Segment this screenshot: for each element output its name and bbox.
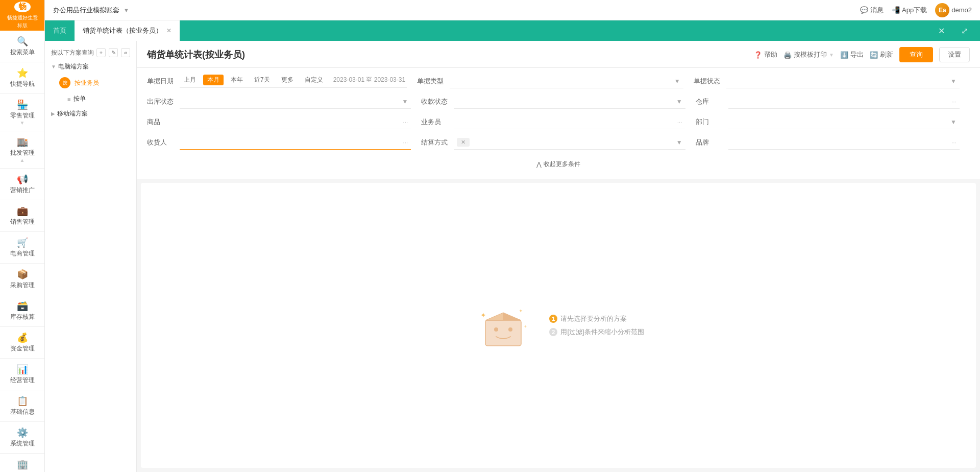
print-btn[interactable]: 🖨️ 按模板打印 ▼ [783,50,834,59]
tab-window-close-icon[interactable]: ✕ [932,26,951,36]
panel-header-label: 按以下方案查询 [51,49,94,57]
tree-category-mobile[interactable]: ▶ 移动端方案 [45,106,136,121]
sidebar-item-purchase[interactable]: 📦 采购管理 [0,264,44,295]
add-scheme-btn[interactable]: + [96,48,106,57]
sidebar-item-wholesale[interactable]: 🏬 批发管理 ▲ [0,131,44,169]
tip-num-2: 2 [549,328,557,336]
sidebar-item-quick-nav[interactable]: ⭐ 快捷导航 [0,62,44,94]
finance-icon: 💰 [2,332,42,343]
sales-stat-tab-label: 销货单统计表（按业务员） [83,26,162,35]
tab-sales-stat[interactable]: 销货单统计表（按业务员） ✕ [75,20,180,41]
star-icon: ⭐ [2,67,42,79]
collapse-filters-btn[interactable]: ⋀ 收起更多条件 [147,156,970,173]
empty-state: ✦ ✦ ✦ 1 请先选择要分析的方案 2 用[过滤]条件来缩小分析范围 [141,183,976,468]
message-action[interactable]: 💬 消息 [860,6,884,15]
date-btn-this-year[interactable]: 本年 [227,75,247,85]
sidebar-item-system[interactable]: ⚙️ 系统管理 [0,422,44,454]
collect-status-dropdown-icon[interactable]: ▼ [676,98,682,105]
doc-type-field[interactable]: ▼ [450,74,683,88]
doc-status-field[interactable]: ▼ [726,74,960,88]
settle-tag: ✕ [457,138,470,147]
consignee-more-icon[interactable]: ··· [403,139,408,146]
main-area: 办公用品行业模拟账套 ▼ 💬 消息 📲 App下载 Ea demo2 首页 销货… [45,0,980,472]
date-btn-last-month[interactable]: 上月 [180,75,200,85]
sidebar-item-marketing[interactable]: 📢 营销推广 [0,169,44,200]
sidebar-item-sales-label: 销售管理 [2,218,42,226]
brand-label: 品牌 [696,138,728,147]
sidebar-item-ecom[interactable]: 🛒 电商管理 [0,232,44,264]
sidebar-item-basic-label: 基础信息 [2,408,42,416]
dept-dropdown-icon[interactable]: ▼ [950,119,957,126]
doc-status-dropdown-icon[interactable]: ▼ [950,78,957,85]
tree-category-pc[interactable]: ▼ 电脑端方案 [45,59,136,74]
out-status-dropdown-icon[interactable]: ▼ [402,98,408,105]
sidebar-item-enterprise[interactable]: 🏢 企业协同 [0,454,44,472]
dept-field[interactable]: ▼ [728,115,960,129]
tab-home[interactable]: 首页 [45,20,75,41]
industry-selector[interactable]: 办公用品行业模拟账套 [53,6,119,15]
settle-tag-close-icon[interactable]: ✕ [461,139,465,146]
enterprise-icon: 🏢 [2,459,42,470]
date-range-display: 2023-03-01 至 2023-03-31 [333,76,405,84]
settle-dropdown-icon[interactable]: ▼ [676,139,682,146]
warehouse-field[interactable]: ··· [728,95,960,109]
refresh-btn[interactable]: 🔄 刷新 [870,50,893,59]
tree-item-by-order[interactable]: ≡ 按单 [45,91,136,106]
home-tab-label: 首页 [53,26,66,35]
svg-point-4 [508,327,512,332]
sidebar-item-retail[interactable]: 🏪 零售管理 ▼ [0,94,44,131]
export-btn[interactable]: ⬇️ 导出 [840,50,864,59]
consignee-field[interactable]: ··· [180,135,411,150]
refresh-icon: 🔄 [870,51,878,59]
collapse-panel-btn[interactable]: « [121,48,130,57]
user-area[interactable]: Ea demo2 [935,3,972,17]
sales-icon: 💼 [2,205,42,217]
brand-field[interactable]: ··· [728,135,960,150]
goods-more-icon[interactable]: ··· [403,119,408,126]
app-download-action[interactable]: 📲 App下载 [892,6,927,15]
print-dropdown-icon[interactable]: ▼ [829,52,834,58]
goods-label: 商品 [147,117,180,127]
print-label: 按模板打印 [794,50,827,59]
staff-field[interactable]: ··· [454,115,685,129]
goods-field[interactable]: ··· [180,115,411,129]
tree-item-by-staff[interactable]: 按 按业务员 [45,74,136,91]
brand-more-icon[interactable]: ··· [951,139,957,146]
date-btn-this-month[interactable]: 本月 [203,75,224,85]
sidebar-item-basic[interactable]: 📋 基础信息 [0,390,44,422]
svg-text:✦: ✦ [519,308,523,314]
collect-status-field[interactable]: ▼ [454,95,685,109]
topbar-dropdown-icon[interactable]: ▼ [124,7,129,13]
sidebar-item-search-label: 搜索菜单 [2,48,42,57]
operations-icon: 📊 [2,364,42,375]
sidebar-item-operations-label: 经营管理 [2,376,42,385]
date-btn-more[interactable]: 更多 [277,75,298,85]
sidebar-item-finance[interactable]: 💰 资金管理 [0,327,44,359]
sidebar-item-operations[interactable]: 📊 经营管理 [0,359,44,390]
settle-label: 结算方式 [421,138,454,147]
filter-row-2: 出库状态 ▼ 收款状态 ▼ 仓库 ··· [147,95,970,109]
staff-label: 业务员 [421,117,454,127]
tab-close-icon[interactable]: ✕ [166,27,172,34]
help-btn[interactable]: ❓ 帮助 [754,50,777,59]
app-download-label: App下载 [902,6,927,15]
tab-window-expand-icon[interactable]: ⤢ [955,26,974,36]
out-status-field[interactable]: ▼ [180,95,411,109]
settle-field[interactable]: ✕ ▼ [454,135,685,150]
settings-btn[interactable]: 设置 [939,47,970,62]
ecom-icon: 🛒 [2,237,42,248]
chevron-up-icon: ▲ [2,157,42,163]
sidebar-item-sales[interactable]: 💼 销售管理 [0,200,44,232]
sidebar-item-ecom-label: 电商管理 [2,249,42,258]
tree-label-pc: 电脑端方案 [58,62,89,71]
date-btn-7days[interactable]: 近7天 [250,75,274,85]
sidebar-item-search[interactable]: 🔍 搜索菜单 [0,31,44,62]
sidebar-item-finance-label: 资金管理 [2,344,42,353]
staff-more-icon[interactable]: ··· [677,119,682,126]
doc-type-dropdown-icon[interactable]: ▼ [674,78,680,85]
query-btn[interactable]: 查询 [899,47,933,62]
warehouse-more-icon[interactable]: ··· [951,98,957,105]
sidebar-item-stock[interactable]: 🗃️ 库存核算 [0,295,44,327]
edit-scheme-btn[interactable]: ✎ [109,48,118,57]
date-btn-custom[interactable]: 自定义 [301,75,327,85]
